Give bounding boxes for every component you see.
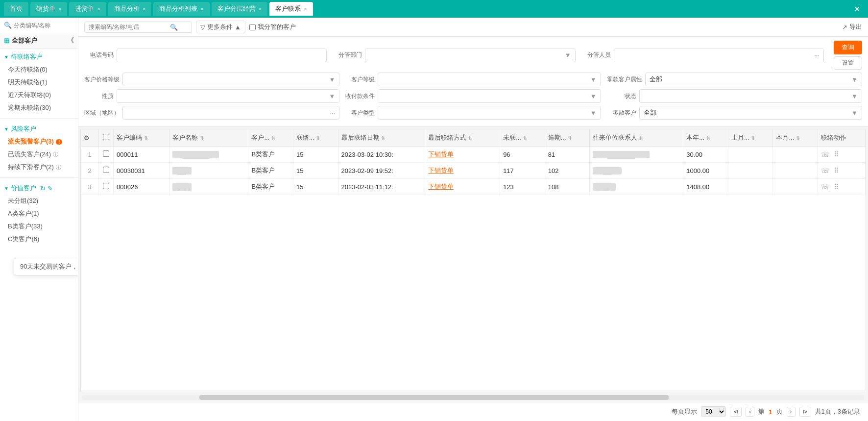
window-close-btn[interactable]: ✕ (850, 2, 864, 16)
row-last-method-link-3[interactable]: 下销货单 (428, 183, 454, 190)
churn-group-title[interactable]: ▼ 风险客户 (0, 123, 78, 135)
row-last-method-link-1[interactable]: 下销货单 (428, 150, 454, 158)
th-this-month[interactable]: 本月... ⇅ (773, 129, 818, 147)
value-refresh-icon[interactable]: ↻ (40, 185, 46, 192)
row-this-month-1 (773, 147, 818, 163)
row-last-method-2[interactable]: 下销货单 (425, 163, 500, 179)
tab-purchase-close[interactable]: × (97, 6, 100, 12)
sidebar-item-tomorrow[interactable]: 明天待联络(1) (0, 76, 78, 89)
th-last-month[interactable]: 上月... ⇅ (728, 129, 773, 147)
th-name[interactable]: 客户名称 ⇅ (169, 129, 248, 147)
filter-nature-select[interactable]: ▼ (117, 89, 339, 103)
filter-region-select[interactable]: ··· (122, 106, 339, 120)
tab-sales-close[interactable]: × (58, 6, 61, 12)
more-filter-btn[interactable]: ▽ 更多条件 ▲ (196, 21, 245, 33)
filter-zero-attr-select[interactable]: 全部 ▼ (645, 73, 862, 86)
per-page-select[interactable]: 50 100 (701, 406, 726, 417)
sidebar-collapse-btn[interactable]: 《 (67, 36, 74, 45)
filter-level-select[interactable]: ▼ (378, 73, 601, 86)
filter-dept-select[interactable]: ▼ (365, 49, 575, 62)
row-checkbox-1[interactable] (103, 150, 109, 157)
row-last-method-1[interactable]: 下销货单 (425, 147, 500, 163)
row-check-1[interactable] (99, 147, 114, 163)
scrollbar-thumb[interactable] (199, 395, 669, 400)
th-code[interactable]: 客户编码 ⇅ (114, 129, 169, 147)
sidebar-item-overdue[interactable]: 逾期未联络(30) (0, 101, 78, 114)
select-all-checkbox[interactable] (103, 134, 109, 140)
row-name-blur-1: ██████ (172, 151, 219, 158)
row-action-more-2[interactable]: ⠿ (834, 167, 839, 174)
tab-purchase[interactable]: 进货单 × (69, 2, 106, 16)
row-check-2[interactable] (99, 163, 114, 179)
sidebar-item-declining[interactable]: 持续下滑客户(2) ⓘ (0, 161, 78, 173)
first-page-btn[interactable]: ⊲ (730, 407, 742, 417)
tab-customer-tier[interactable]: 客户分层经营 × (212, 2, 267, 16)
row-type-1: B类客户 (248, 147, 293, 163)
sidebar-search-input[interactable] (14, 22, 78, 29)
sidebar-item-a-class[interactable]: A类客户(1) (0, 207, 78, 220)
row-action-contact-1[interactable]: ☏ (821, 150, 830, 158)
th-last-method[interactable]: 最后联络方式 ⇅ (425, 129, 500, 147)
sidebar-item-week[interactable]: 近7天待联络(0) (0, 89, 78, 101)
query-btn[interactable]: 查询 (834, 41, 862, 54)
prev-page-btn[interactable]: ‹ (746, 407, 754, 417)
filter-zero-customer-select[interactable]: 全部 ▼ (639, 106, 862, 120)
sidebar-item-b-class[interactable]: B类客户(33) (0, 220, 78, 233)
my-customer-check[interactable]: 我分管的客户 (249, 23, 296, 31)
row-check-3[interactable] (99, 179, 114, 195)
row-last-method-3[interactable]: 下销货单 (425, 179, 500, 195)
row-last-method-link-2[interactable]: 下销货单 (428, 167, 454, 174)
export-btn[interactable]: ↗ 导出 (842, 23, 862, 31)
next-page-btn[interactable]: › (787, 407, 796, 417)
row-checkbox-2[interactable] (103, 167, 109, 173)
tab-customer-contact-close[interactable]: × (304, 6, 307, 12)
tab-analysis-list[interactable]: 商品分析列表 × (153, 2, 209, 16)
filter-type-select[interactable]: ▼ (378, 106, 601, 120)
row-checkbox-3[interactable] (103, 183, 109, 189)
th-last-method-label: 最后联络方式 (428, 134, 466, 141)
th-contacts-person[interactable]: 往来单位联系人 ⇅ (590, 129, 683, 147)
value-edit-icon[interactable]: ✎ (48, 185, 53, 192)
search-btn[interactable]: 🔍 (170, 24, 178, 31)
tab-analysis[interactable]: 商品分析 × (108, 2, 151, 16)
last-page-btn[interactable]: ⊳ (799, 407, 811, 417)
settings-icon[interactable]: ⚙ (84, 134, 90, 142)
row-action-contact-3[interactable]: ☏ (821, 183, 830, 191)
tab-sales[interactable]: 销货单 × (30, 2, 67, 16)
filter-manager-select[interactable]: ··· (614, 49, 824, 62)
filter-price-select[interactable]: ▼ (122, 73, 339, 86)
th-last-date[interactable]: 最后联络日期 ⇅ (338, 129, 425, 147)
settings-btn[interactable]: 设置 (834, 56, 862, 70)
row-no-contact-1: 96 (500, 147, 545, 163)
filter-phone-input[interactable] (117, 49, 327, 62)
tab-analysis-list-close[interactable]: × (200, 6, 203, 12)
sidebar-item-ungrouped[interactable]: 未分组(32) (0, 195, 78, 207)
all-customers-header[interactable]: ⊞ 全部客户 《 (0, 33, 78, 49)
th-no-contact[interactable]: 未联... ⇅ (500, 129, 545, 147)
sidebar-item-churn-warning[interactable]: 流失预警客户(3) ! (0, 135, 78, 148)
th-checkbox[interactable] (99, 129, 114, 147)
row-action-more-3[interactable]: ⠿ (834, 183, 839, 191)
tab-customer-tier-close[interactable]: × (259, 6, 262, 12)
my-customer-checkbox[interactable] (249, 24, 256, 30)
sidebar-item-lost[interactable]: 已流失客户(24) ⓘ (0, 148, 78, 161)
filter-status-select[interactable]: ▼ (639, 89, 862, 103)
tab-home[interactable]: 首页 (4, 2, 28, 16)
th-contact[interactable]: 联络... ⇅ (293, 129, 338, 147)
filter-payment-select[interactable]: ▼ (378, 89, 601, 103)
th-overdue[interactable]: 逾期... ⇅ (545, 129, 590, 147)
tab-customer-contact[interactable]: 客户联系 × (269, 2, 313, 16)
th-settings[interactable]: ⚙ (81, 129, 99, 147)
sidebar-item-today[interactable]: 今天待联络(0) (0, 63, 78, 76)
sidebar-item-c-class[interactable]: C类客户(6) (0, 233, 78, 246)
horizontal-scrollbar[interactable] (82, 395, 864, 400)
th-year[interactable]: 本年... ⇅ (683, 129, 728, 147)
value-group-title[interactable]: ▼ 价值客户 ↻ ✎ (0, 182, 78, 195)
th-type[interactable]: 客户... ⇅ (248, 129, 293, 147)
search-input[interactable] (89, 24, 167, 30)
tab-analysis-close[interactable]: × (143, 6, 145, 12)
pending-group-title[interactable]: ▼ 待联络客户 (0, 50, 78, 63)
row-action-more-1[interactable]: ⠿ (834, 150, 839, 158)
row-action-contact-2[interactable]: ☏ (821, 167, 830, 174)
all-customers-label: 全部客户 (12, 36, 37, 45)
